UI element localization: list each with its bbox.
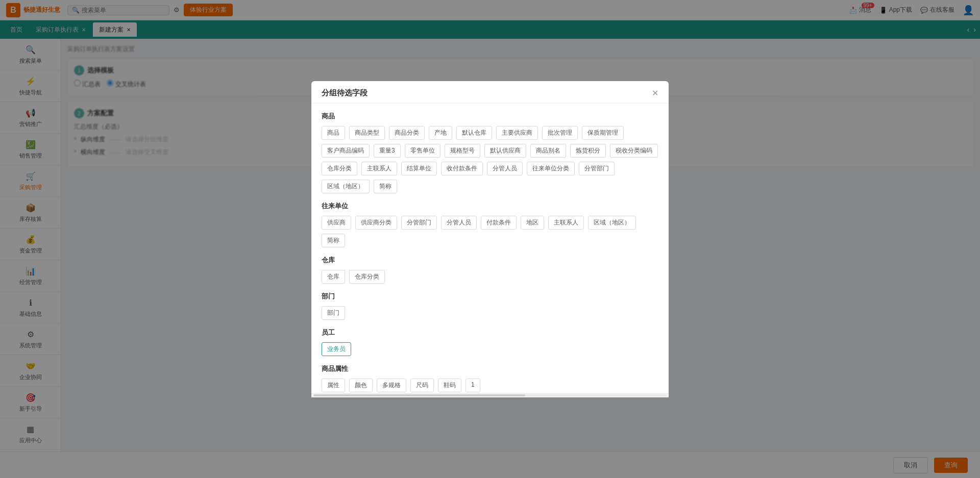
field-tag-retail-unit[interactable]: 零售单位	[405, 144, 440, 158]
section-employee-title: 员工	[322, 328, 658, 337]
modal-overlay: 分组待选字段 ✕ 商品 商品 商品类型 商品分类 产地 默认仓库 主要供应商 批…	[0, 0, 980, 478]
field-tag-spec-model[interactable]: 规格型号	[445, 144, 480, 158]
section-goods-tags: 商品 商品类型 商品分类 产地 默认仓库 主要供应商 批次管理 保质期管理 客户…	[322, 126, 658, 193]
field-tag-region2[interactable]: 区域（地区）	[588, 216, 636, 230]
modal-body: 商品 商品 商品类型 商品分类 产地 默认仓库 主要供应商 批次管理 保质期管理…	[311, 104, 669, 394]
section-contact-tags: 供应商 供应商分类 分管部门 分管人员 付款条件 地区 主联系人 区域（地区） …	[322, 216, 658, 247]
field-tag-weight3[interactable]: 重量3	[374, 144, 401, 158]
modal-scrollbar-track	[313, 394, 667, 396]
field-tag-goods[interactable]: 商品	[322, 126, 345, 140]
field-tag-batch-mgmt[interactable]: 批次管理	[542, 126, 578, 140]
modal-scrollbar-thumb	[313, 394, 525, 396]
section-warehouse: 仓库 仓库 仓库分类	[322, 256, 658, 284]
section-contact-title: 往来单位	[322, 202, 658, 211]
field-tag-manager[interactable]: 分管人员	[487, 162, 523, 175]
field-tag-payment-terms[interactable]: 收付款条件	[441, 162, 483, 175]
field-tag-goods-alias[interactable]: 商品别名	[530, 144, 566, 158]
field-tag-color[interactable]: 颜色	[349, 379, 373, 392]
field-tag-warehouse[interactable]: 仓库	[322, 270, 345, 284]
field-tag-payment-cond[interactable]: 付款条件	[481, 216, 517, 230]
field-tag-abbr[interactable]: 简称	[374, 180, 397, 193]
field-tag-warehouse-category[interactable]: 仓库分类	[322, 162, 357, 175]
section-goods-attr-tags: 属性 颜色 多规格 尺码 鞋码 1	[322, 379, 658, 392]
field-tag-goods-type[interactable]: 商品类型	[349, 126, 385, 140]
field-tag-tax-code[interactable]: 税收分类编码	[610, 144, 658, 158]
field-tag-region[interactable]: 区域（地区）	[322, 180, 370, 193]
section-goods-attr-title: 商品属性	[322, 364, 658, 373]
field-tag-supplier-category[interactable]: 供应商分类	[355, 216, 397, 230]
section-contact: 往来单位 供应商 供应商分类 分管部门 分管人员 付款条件 地区 主联系人 区域…	[322, 202, 658, 247]
section-employee: 员工 业务员	[322, 328, 658, 356]
field-tag-contact-dept[interactable]: 分管部门	[401, 216, 437, 230]
field-tag-goods-category[interactable]: 商品分类	[389, 126, 425, 140]
field-tag-attribute[interactable]: 属性	[322, 379, 345, 392]
field-tag-department[interactable]: 部门	[322, 306, 345, 320]
field-tag-multi-spec[interactable]: 多规格	[377, 379, 406, 392]
field-tag-supplier[interactable]: 供应商	[322, 216, 351, 230]
field-tag-contact-category[interactable]: 往来单位分类	[527, 162, 575, 175]
section-employee-tags: 业务员	[322, 342, 658, 356]
field-tag-main-contact[interactable]: 主联系人	[361, 162, 397, 175]
modal-close-button[interactable]: ✕	[652, 88, 658, 98]
section-warehouse-tags: 仓库 仓库分类	[322, 270, 658, 284]
modal-scrollbar[interactable]	[311, 393, 669, 397]
field-tag-main-supplier[interactable]: 主要供应商	[496, 126, 538, 140]
field-tag-default-supplier[interactable]: 默认供应商	[484, 144, 526, 158]
modal-title: 分组待选字段	[322, 88, 368, 98]
field-tag-settle-unit[interactable]: 结算单位	[401, 162, 437, 175]
field-tag-origin[interactable]: 产地	[429, 126, 452, 140]
section-goods-title: 商品	[322, 112, 658, 121]
field-select-modal: 分组待选字段 ✕ 商品 商品 商品类型 商品分类 产地 默认仓库 主要供应商 批…	[311, 81, 669, 397]
field-tag-num1[interactable]: 1	[465, 379, 480, 392]
field-tag-contact-manager[interactable]: 分管人员	[441, 216, 477, 230]
field-tag-abbr2[interactable]: 简称	[322, 234, 345, 247]
field-tag-refine-points[interactable]: 炼货积分	[570, 144, 606, 158]
field-tag-warehouse-cat[interactable]: 仓库分类	[349, 270, 385, 284]
field-tag-dept[interactable]: 分管部门	[579, 162, 615, 175]
field-tag-size[interactable]: 尺码	[410, 379, 434, 392]
section-department: 部门 部门	[322, 292, 658, 320]
section-goods: 商品 商品 商品类型 商品分类 产地 默认仓库 主要供应商 批次管理 保质期管理…	[322, 112, 658, 193]
section-department-title: 部门	[322, 292, 658, 301]
field-tag-area[interactable]: 地区	[521, 216, 544, 230]
field-tag-customer-code[interactable]: 客户商品编码	[322, 144, 370, 158]
section-warehouse-title: 仓库	[322, 256, 658, 265]
field-tag-expiry-mgmt[interactable]: 保质期管理	[582, 126, 624, 140]
field-tag-salesperson[interactable]: 业务员	[322, 342, 351, 356]
section-goods-attr: 商品属性 属性 颜色 多规格 尺码 鞋码 1	[322, 364, 658, 392]
field-tag-shoe-size[interactable]: 鞋码	[438, 379, 461, 392]
modal-header: 分组待选字段 ✕	[311, 81, 669, 104]
field-tag-default-warehouse[interactable]: 默认仓库	[456, 126, 492, 140]
section-department-tags: 部门	[322, 306, 658, 320]
field-tag-main-contact2[interactable]: 主联系人	[548, 216, 584, 230]
